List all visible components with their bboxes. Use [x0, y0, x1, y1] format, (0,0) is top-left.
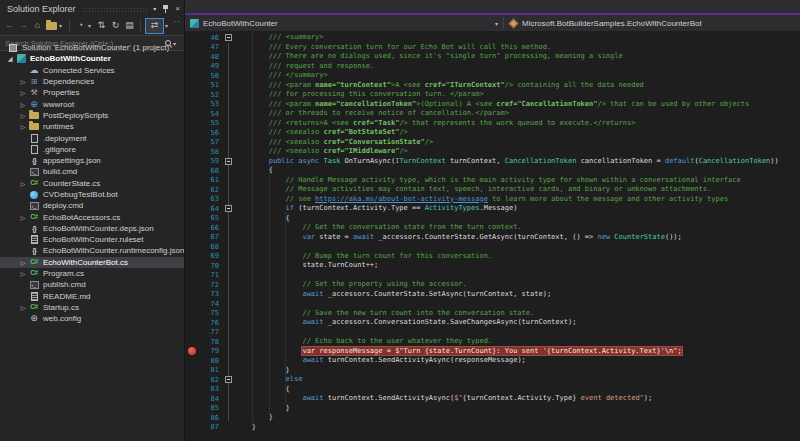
- code-text[interactable]: // see https://aka.ms/about-bot-activity…: [235, 195, 728, 205]
- breakpoint-margin[interactable]: [185, 195, 199, 205]
- code-text[interactable]: /// <param name="cancellationToken">(Opt…: [235, 100, 749, 110]
- sync-with-active-document-button[interactable]: ⇄: [145, 18, 164, 34]
- pin-button[interactable]: [162, 4, 169, 13]
- code-surface[interactable]: 46 /// <summary>47 /// Every conversatio…: [185, 31, 800, 441]
- breakpoint-margin[interactable]: [185, 356, 199, 366]
- breakpoint-margin[interactable]: [185, 233, 199, 243]
- breakpoint-margin[interactable]: [185, 347, 199, 357]
- tree-item-deploy-cmd[interactable]: ›_deploy.cmd: [0, 200, 184, 211]
- code-text[interactable]: // Bump the turn count for this conversa…: [235, 252, 492, 262]
- forward-button[interactable]: →: [17, 19, 30, 33]
- window-position-button[interactable]: ▾: [153, 5, 156, 12]
- code-text[interactable]: /// for processing this conversation tur…: [235, 90, 484, 100]
- tree-item-postdeployscripts[interactable]: ▷PostDeployScripts: [0, 110, 184, 121]
- tree-item-readme-md[interactable]: README.md: [0, 291, 184, 302]
- breakpoint-margin[interactable]: [185, 43, 199, 53]
- expand-arrow-icon[interactable]: ▷: [17, 214, 29, 221]
- code-text[interactable]: }: [235, 423, 256, 433]
- code-text[interactable]: /// <seealso cref="ConversationState"/>: [235, 138, 433, 148]
- code-text[interactable]: }: [235, 404, 290, 414]
- breakpoint-margin[interactable]: [185, 413, 199, 423]
- type-dropdown[interactable]: Microsoft.BotBuilderSamples.EchoWithCoun…: [504, 15, 707, 31]
- code-text[interactable]: // Save the new turn count into the conv…: [235, 309, 534, 319]
- expand-arrow-icon[interactable]: ▷: [17, 89, 29, 96]
- code-text[interactable]: }: [235, 413, 273, 423]
- breakpoint-margin[interactable]: [185, 62, 199, 72]
- code-text[interactable]: var state = await _accessors.CounterStat…: [235, 233, 682, 243]
- breakpoint-margin[interactable]: [185, 394, 199, 404]
- pending-changes-filter-button[interactable]: ◔: [74, 19, 87, 33]
- tree-item-program-cs[interactable]: ▷C#Program.cs: [0, 268, 184, 279]
- tree-item-properties[interactable]: ▷⚒Properties: [0, 87, 184, 98]
- breakpoint-margin[interactable]: [185, 242, 199, 252]
- expand-arrow-icon[interactable]: ▷: [17, 112, 29, 119]
- code-text[interactable]: if (turnContext.Activity.Type == Activit…: [235, 204, 517, 214]
- pending-changes-filter-button-caret-icon[interactable]: ▾: [88, 22, 94, 29]
- breakpoint-margin[interactable]: [185, 128, 199, 138]
- tree-item-echobotwithcounter-ruleset[interactable]: EchoBotWithCounter.ruleset: [0, 234, 184, 245]
- tree-item-dependencies[interactable]: ▷⊞Dependencies: [0, 76, 184, 87]
- breakpoint-margin[interactable]: [185, 138, 199, 148]
- code-text[interactable]: // Set the property using the accessor.: [235, 280, 467, 290]
- tree-item-echobotwithcounter-deps-json[interactable]: {}EchoBotWithCounter.deps.json: [0, 223, 184, 234]
- code-text[interactable]: {: [235, 385, 290, 395]
- breakpoint-margin[interactable]: [185, 176, 199, 186]
- breakpoint-icon[interactable]: [188, 347, 196, 355]
- code-text[interactable]: public async Task OnTurnAsync(ITurnConte…: [235, 157, 779, 167]
- close-button[interactable]: ×: [175, 4, 180, 13]
- code-text[interactable]: /// Every conversation turn for our Echo…: [235, 43, 551, 53]
- home-button[interactable]: ⌂: [31, 19, 44, 33]
- breakpoint-margin[interactable]: [185, 109, 199, 119]
- back-button[interactable]: ←: [3, 19, 16, 33]
- code-text[interactable]: state.TurnCount++;: [235, 261, 378, 271]
- breakpoint-margin[interactable]: [185, 404, 199, 414]
- tree-item-deployment[interactable]: .deployment: [0, 132, 184, 143]
- code-text[interactable]: await turnContext.SendActivityAsync(resp…: [235, 356, 526, 366]
- tree-item-cvdebugtestbot-bot[interactable]: CVDebugTestBot.bot: [0, 189, 184, 200]
- tree-item-web-config[interactable]: ⊛web.config: [0, 313, 184, 324]
- code-text[interactable]: /// <summary>: [235, 33, 324, 43]
- code-text[interactable]: /// There are no dialogs used, since it'…: [235, 52, 623, 62]
- code-text[interactable]: var responseMessage = $"Turn {state.Turn…: [235, 347, 682, 357]
- breakpoint-margin[interactable]: [185, 385, 199, 395]
- breakpoint-margin[interactable]: [185, 328, 199, 338]
- breakpoint-margin[interactable]: [185, 81, 199, 91]
- collapse-region-icon[interactable]: [225, 205, 232, 212]
- code-text[interactable]: /// <seealso cref="IMiddleware"/>: [235, 147, 408, 157]
- tree-item-wwwroot[interactable]: ▷⊕wwwroot: [0, 98, 184, 109]
- switch-views-button[interactable]: [45, 19, 58, 33]
- breakpoint-margin[interactable]: [185, 271, 199, 281]
- code-text[interactable]: else: [235, 375, 302, 385]
- tree-item-build-cmd[interactable]: ›_build.cmd: [0, 166, 184, 177]
- tree-item-publish-cmd[interactable]: ›_publish.cmd: [0, 279, 184, 290]
- tree-item-counterstate-cs[interactable]: ▷C#CounterState.cs: [0, 178, 184, 189]
- breakpoint-margin[interactable]: [185, 90, 199, 100]
- code-text[interactable]: // Message activities may contain text, …: [235, 185, 711, 195]
- tree-item-appsettings-json[interactable]: {}appsettings.json: [0, 155, 184, 166]
- breakpoint-margin[interactable]: [185, 290, 199, 300]
- code-text[interactable]: {: [235, 214, 290, 224]
- breakpoint-margin[interactable]: [185, 119, 199, 129]
- code-text[interactable]: {: [235, 166, 273, 176]
- chevron-down-icon[interactable]: ▾: [495, 20, 498, 27]
- code-text[interactable]: await _accessors.CounterState.SetAsync(t…: [235, 290, 551, 300]
- breakpoint-margin[interactable]: [185, 318, 199, 328]
- collapse-arrow-icon[interactable]: ◢: [4, 55, 16, 62]
- expand-arrow-icon[interactable]: ▷: [17, 78, 29, 85]
- tree-item-solution-echobotwithcounter-1-project[interactable]: Solution 'EchoBotWithCounter' (1 project…: [0, 42, 184, 53]
- code-text[interactable]: // Handle Message activity type, which i…: [235, 176, 741, 186]
- code-text[interactable]: /// <seealso cref="BotStateSet"/>: [235, 128, 408, 138]
- breakpoint-margin[interactable]: [185, 214, 199, 224]
- breakpoint-margin[interactable]: [185, 299, 199, 309]
- expand-arrow-icon[interactable]: ▷: [17, 180, 29, 187]
- breakpoint-margin[interactable]: [185, 280, 199, 290]
- show-all-files-button[interactable]: ▤: [123, 19, 136, 33]
- breakpoint-margin[interactable]: [185, 204, 199, 214]
- breakpoint-margin[interactable]: [185, 309, 199, 319]
- tree-item-echowithcounterbot-cs[interactable]: ▷C#EchoWithCounterBot.cs: [0, 257, 184, 268]
- code-text[interactable]: await turnContext.SendActivityAsync($"{t…: [235, 394, 652, 404]
- expand-arrow-icon[interactable]: ▷: [17, 304, 29, 311]
- expand-arrow-icon[interactable]: ▷: [17, 101, 29, 108]
- refresh-button[interactable]: ↻: [109, 19, 122, 33]
- tree-item-connected-services[interactable]: ☁Connected Services: [0, 65, 184, 76]
